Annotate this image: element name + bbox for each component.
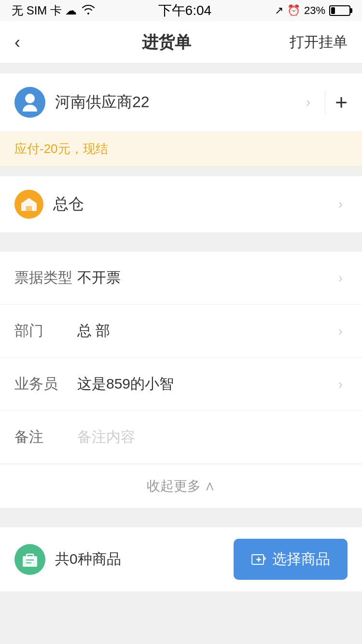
warehouse-name: 总仓 (53, 194, 338, 215)
status-time: 下午6:04 (158, 1, 212, 20)
salesman-row[interactable]: 业务员 这是859的小智 › (0, 358, 362, 411)
invoice-type-chevron-icon: › (338, 270, 343, 286)
collapse-button[interactable]: 收起更多 ∧ (0, 464, 362, 508)
warehouse-section: 总仓 › (0, 176, 362, 232)
form-divider (0, 232, 362, 242)
back-button[interactable]: ‹ (14, 32, 43, 53)
department-label: 部门 (14, 321, 77, 341)
battery-icon (329, 5, 350, 16)
warehouse-icon (14, 190, 43, 219)
salesman-chevron-icon: › (338, 377, 343, 392)
notice-text: 应付-20元，现结 (14, 141, 108, 156)
svg-rect-0 (26, 206, 32, 212)
remark-input[interactable]: 备注内容 (77, 427, 348, 447)
select-product-button[interactable]: 选择商品 (234, 539, 348, 580)
avatar-person-icon (21, 94, 39, 111)
invoice-type-label: 票据类型 (14, 268, 77, 288)
status-left: 无 SIM 卡 ☁ (12, 3, 95, 18)
salesman-value: 这是859的小智 (77, 374, 338, 394)
department-value: 总 部 (77, 321, 338, 341)
supplier-name: 河南供应商22 (55, 92, 306, 113)
invoice-type-value: 不开票 (77, 268, 338, 288)
battery-percent: 23% (304, 4, 325, 17)
supplier-avatar (14, 87, 45, 118)
supplier-section: 河南供应商22 › + 应付-20元，现结 (0, 73, 362, 167)
middle-divider (0, 167, 362, 176)
supplier-chevron-icon: › (306, 95, 310, 110)
remark-row[interactable]: 备注 备注内容 (0, 411, 362, 464)
open-pending-button[interactable]: 打开挂单 (290, 32, 348, 52)
add-supplier-button[interactable]: + (335, 90, 348, 114)
remark-label: 备注 (14, 427, 77, 447)
nav-bar: ‹ 进货单 打开挂单 (0, 21, 362, 64)
bottom-divider (0, 508, 362, 518)
no-sim-label: 无 SIM 卡 ☁ (12, 3, 77, 18)
department-chevron-icon: › (338, 323, 343, 339)
page-title: 进货单 (142, 31, 191, 54)
supplier-divider (325, 91, 325, 114)
location-icon: ↗ (275, 4, 283, 17)
wifi-icon (82, 4, 95, 17)
form-section: 票据类型 不开票 › 部门 总 部 › 业务员 这是859的小智 › 备注 备注… (0, 252, 362, 508)
status-right: ↗ ⏰ 23% (275, 4, 350, 17)
product-count-text: 共0种商品 (55, 549, 234, 569)
select-product-label: 选择商品 (272, 549, 330, 569)
status-bar: 无 SIM 卡 ☁ 下午6:04 ↗ ⏰ 23% (0, 0, 362, 21)
product-count-icon (14, 544, 45, 575)
warehouse-chevron-icon: › (338, 196, 343, 212)
supplier-row[interactable]: 河南供应商22 › + (0, 73, 362, 132)
warehouse-row[interactable]: 总仓 › (0, 176, 362, 232)
salesman-label: 业务员 (14, 374, 77, 394)
notice-bar: 应付-20元，现结 (0, 132, 362, 167)
department-row[interactable]: 部门 总 部 › (0, 305, 362, 358)
top-divider (0, 64, 362, 73)
bottom-bar: 共0种商品 选择商品 (0, 527, 362, 591)
invoice-type-row[interactable]: 票据类型 不开票 › (0, 252, 362, 305)
alarm-icon: ⏰ (287, 4, 300, 17)
rest-background (0, 591, 362, 644)
